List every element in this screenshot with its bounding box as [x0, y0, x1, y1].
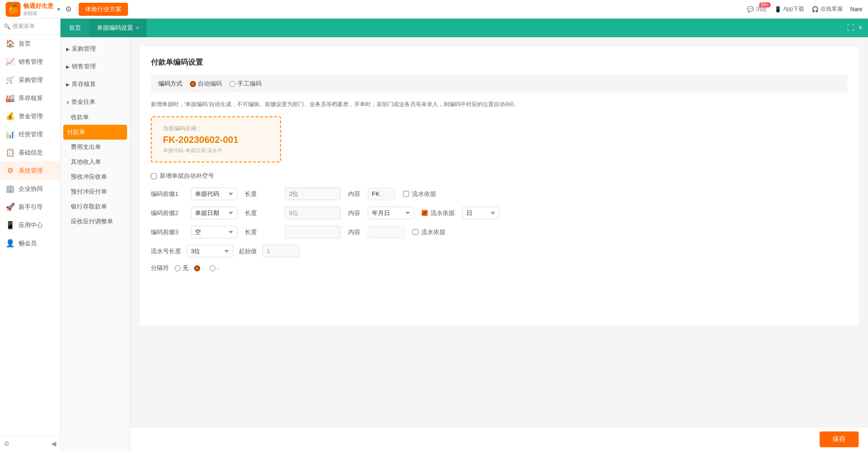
watermark3-checkbox[interactable]: [412, 229, 418, 235]
coding-method-bar: 编码方式 自动编码 手工编码: [151, 75, 848, 93]
sidebar-item-newbie[interactable]: 🚀 新手引导: [0, 198, 60, 216]
sidebar-item-finance[interactable]: 💰 资金管理: [0, 107, 60, 125]
prefix1-select[interactable]: 单据代码 部门 业务员 空: [191, 188, 237, 200]
tab-home[interactable]: 首页: [61, 19, 89, 37]
auto-fill-label[interactable]: 新增单据自动补空号: [160, 172, 214, 180]
sec-item-payment[interactable]: 付款单: [63, 125, 127, 140]
sep-dash-radio[interactable]: [209, 265, 215, 271]
member-icon: 👤: [6, 239, 15, 248]
manual-coding-radio[interactable]: [229, 81, 236, 87]
sec-item-expense[interactable]: 费用支出单: [61, 140, 130, 155]
serial-length-label: 流水号长度: [151, 247, 181, 256]
sec-item-prepay-payable[interactable]: 预付冲应付单: [61, 184, 130, 199]
sidebar-item-sales[interactable]: 📈 销售管理: [0, 53, 60, 71]
coding-method-label: 编码方式: [158, 80, 182, 88]
content2-select[interactable]: 年月日 年月 年: [368, 207, 414, 219]
top-bar-nav: ▾ ⚙: [57, 3, 75, 16]
sidebar-collapse-btn[interactable]: ◀: [51, 440, 56, 447]
preview-desc: 单据代码-单据日期-流水号: [163, 147, 269, 154]
apps-icon: 📱: [6, 221, 15, 229]
save-button[interactable]: 保存: [820, 431, 859, 447]
prefix3-label: 编码前缀3: [151, 228, 183, 236]
sec-group-sales: ▶ 销售管理: [61, 59, 130, 74]
nav-dropdown-arrow[interactable]: ▾: [57, 6, 60, 13]
sidebar-item-system[interactable]: ⚙ 系统管理: [0, 162, 60, 180]
inventory-icon: 🏭: [6, 94, 15, 102]
sidebar-item-label-system: 系统管理: [19, 167, 43, 175]
tab-current[interactable]: 单据编码设置 ×: [89, 19, 147, 37]
sec-group-label-sales: 销售管理: [72, 62, 96, 71]
manual-coding-label: 手工编码: [237, 80, 262, 88]
separator-row: 分隔符 无 ·: [151, 264, 848, 272]
sidebar-item-purchase[interactable]: 🛒 采购管理: [0, 71, 60, 89]
watermark3-label: 流水依据: [421, 228, 445, 236]
coding-radio-group: 自动编码 手工编码: [190, 80, 262, 88]
finance-icon: 💰: [6, 112, 15, 121]
auto-coding-option[interactable]: 自动编码: [190, 80, 222, 88]
sidebar-item-enterprise[interactable]: 🏢 企业协同: [0, 180, 60, 198]
sec-group-title-purchase[interactable]: ▶ 采购管理: [61, 41, 130, 57]
auto-coding-radio[interactable]: [190, 81, 196, 87]
message-area[interactable]: 💬 消息 99+: [747, 5, 767, 13]
serial-length-select[interactable]: 3位 4位 5位 6位: [187, 245, 233, 257]
sidebar-item-label-finance: 资金管理: [19, 112, 43, 121]
sec-group-label-purchase: 采购管理: [72, 45, 96, 53]
start-value-input[interactable]: [262, 245, 300, 257]
main-layout: 🔍 搜索菜单 🏠 首页 📈 销售管理 🛒 采购管理 🏭 库存核算 💰 资金管理 …: [0, 19, 868, 451]
sidebar-item-label-apps: 应用中心: [19, 221, 43, 229]
enterprise-icon: 🏢: [6, 184, 15, 193]
manual-coding-option[interactable]: 手工编码: [229, 80, 262, 88]
preview-label: 当前编码示例：: [163, 125, 269, 133]
sep-dash-option[interactable]: ·: [209, 265, 219, 272]
page-title: 付款单编码设置: [151, 58, 848, 67]
tab-close-icon[interactable]: ×: [136, 25, 139, 31]
sec-item-other-income[interactable]: 其他收入单: [61, 155, 130, 169]
app-download[interactable]: 📱 App下载: [774, 5, 804, 13]
sec-group-title-inventory[interactable]: ▶ 库存核算: [61, 76, 130, 92]
watermark1-checkbox[interactable]: [403, 191, 409, 197]
sidebar-item-label-inventory: 库存核算: [19, 94, 43, 102]
sidebar-item-apps[interactable]: 📱 应用中心: [0, 216, 60, 234]
top-bar-left: 🍊 畅通好生意 旗舰版 ▾ ⚙ 体验行业方案: [6, 2, 128, 17]
tab-bar-right: ⛶ ×: [847, 24, 868, 32]
online-service[interactable]: 🎧 在线客服: [812, 5, 843, 13]
sep-dot-radio[interactable]: [194, 265, 200, 271]
sep-none-option[interactable]: 无: [175, 264, 188, 272]
watermark2-check: 流水依据: [422, 209, 455, 217]
user-name[interactable]: Nare: [850, 6, 862, 13]
length2-input: [285, 207, 341, 219]
brand-sub: 旗舰版: [23, 10, 54, 17]
sep-none-radio[interactable]: [175, 265, 181, 271]
sec-item-receipt[interactable]: 收款单: [61, 110, 130, 125]
top-bar: 🍊 畅通好生意 旗舰版 ▾ ⚙ 体验行业方案 💬 消息 99+ 📱 App下载 …: [0, 0, 868, 19]
sec-group-title-sales[interactable]: ▶ 销售管理: [61, 59, 130, 74]
sec-item-prepay-receivable[interactable]: 预收冲应收单: [61, 169, 130, 184]
sidebar-item-operation[interactable]: 📊 经营管理: [0, 125, 60, 143]
experience-btn[interactable]: 体验行业方案: [79, 3, 128, 16]
sep-dot-label: ·: [202, 265, 204, 272]
auto-coding-label: 自动编码: [198, 80, 222, 88]
sidebar-search[interactable]: 🔍 搜索菜单: [0, 19, 60, 34]
sidebar-item-home[interactable]: 🏠 首页: [0, 34, 60, 53]
purchase-icon: 🛒: [6, 75, 15, 84]
sec-item-ap-adjustment[interactable]: 应收应付调整单: [61, 214, 130, 229]
sidebar-item-inventory[interactable]: 🏭 库存核算: [0, 89, 60, 107]
sep-dash-label: ·: [217, 265, 219, 272]
bottom-toolbar: 保存: [130, 427, 868, 451]
sidebar-item-member[interactable]: 👤 畅会员: [0, 234, 60, 252]
maximize-icon[interactable]: ⛶: [847, 24, 855, 32]
sep-dot-option[interactable]: ·: [194, 265, 204, 272]
sec-group-label-inventory: 库存核算: [72, 80, 96, 88]
prefix2-select[interactable]: 单据日期 部门 业务员 空: [191, 207, 237, 219]
auto-fill-checkbox[interactable]: [151, 173, 157, 179]
sec-item-bank-deposit[interactable]: 银行存取款单: [61, 199, 130, 214]
sidebar-item-basic[interactable]: 📋 基础信息: [0, 143, 60, 162]
watermark2-checkbox[interactable]: [422, 210, 428, 216]
settings-gear-btn[interactable]: ⚙: [62, 3, 75, 16]
sidebar-settings-btn[interactable]: ⚙: [4, 440, 10, 447]
content2-label: 内容: [348, 209, 360, 217]
watermark2-period-select[interactable]: 日 月 年: [462, 207, 499, 219]
close-window-icon[interactable]: ×: [858, 24, 862, 32]
sec-group-title-capital[interactable]: ∨ 资金往来: [61, 94, 130, 110]
prefix3-select[interactable]: 空 单据代码 部门 业务员: [191, 226, 237, 238]
